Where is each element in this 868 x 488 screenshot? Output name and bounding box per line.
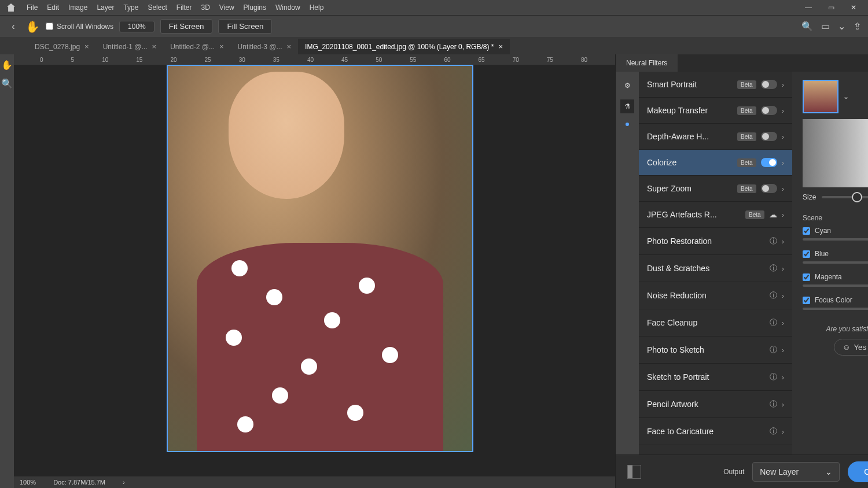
chevron-right-icon[interactable]: › bbox=[782, 158, 784, 167]
adj-slider[interactable] bbox=[803, 261, 868, 264]
info-icon[interactable]: ⓘ bbox=[770, 399, 777, 409]
filter-item[interactable]: Super ZoomBeta› bbox=[639, 176, 792, 202]
close-icon[interactable]: × bbox=[219, 42, 224, 51]
filter-item[interactable]: Depth-Aware H...Beta› bbox=[639, 124, 792, 150]
scroll-all-checkbox[interactable]: Scroll All Windows bbox=[46, 23, 113, 31]
menu-3d[interactable]: 3D bbox=[196, 1, 214, 14]
face-thumbnail[interactable] bbox=[803, 80, 838, 113]
close-icon[interactable]: × bbox=[152, 42, 157, 51]
menu-edit[interactable]: Edit bbox=[42, 1, 64, 14]
viewmode-icon[interactable] bbox=[627, 465, 641, 479]
zoom-tool[interactable]: 🔍 bbox=[0, 76, 14, 90]
chevron-right-icon[interactable]: › bbox=[782, 291, 784, 300]
menu-plugins[interactable]: Plugins bbox=[239, 1, 271, 14]
chevron-down-icon[interactable]: ⌄ bbox=[843, 93, 849, 101]
zoom-input[interactable]: 100% bbox=[119, 21, 155, 32]
document-tab[interactable]: DSC_0278.jpg× bbox=[28, 39, 96, 54]
adj-slider[interactable] bbox=[803, 238, 868, 241]
hand-tool[interactable]: ✋ bbox=[0, 58, 14, 72]
adj-slider[interactable] bbox=[803, 284, 868, 287]
cloud-download-icon[interactable]: ☁ bbox=[769, 210, 777, 219]
info-icon[interactable]: ⓘ bbox=[770, 317, 777, 328]
menu-image[interactable]: Image bbox=[64, 1, 92, 14]
filter-item[interactable]: Photo to Sketchⓘ› bbox=[639, 337, 792, 364]
fit-screen-button[interactable]: Fit Screen bbox=[160, 19, 213, 34]
info-icon[interactable]: ⓘ bbox=[770, 426, 777, 437]
back-button[interactable]: ‹ bbox=[7, 20, 20, 33]
menu-view[interactable]: View bbox=[215, 1, 239, 14]
info-icon[interactable]: ⓘ bbox=[770, 345, 777, 355]
document-tab[interactable]: Untitled-3 @...× bbox=[231, 39, 298, 54]
adj-checkbox[interactable] bbox=[803, 273, 810, 281]
chevron-right-icon[interactable]: › bbox=[782, 237, 784, 246]
filter-item[interactable]: Face to Caricatureⓘ› bbox=[639, 418, 792, 445]
maximize-button[interactable]: ▭ bbox=[823, 2, 839, 13]
filter-item[interactable]: Pencil Artworkⓘ› bbox=[639, 391, 792, 418]
filter-item[interactable]: Face Cleanupⓘ› bbox=[639, 309, 792, 337]
document-tab[interactable]: Untitled-1 @...× bbox=[96, 39, 163, 54]
chevron-right-icon[interactable]: › bbox=[782, 80, 784, 89]
adj-checkbox[interactable] bbox=[803, 250, 810, 258]
filter-item[interactable]: Dust & Scratchesⓘ› bbox=[639, 255, 792, 282]
filter-item[interactable]: JPEG Artefacts R...Beta☁› bbox=[639, 202, 792, 228]
menu-layer[interactable]: Layer bbox=[92, 1, 119, 14]
fill-screen-button[interactable]: Fill Screen bbox=[218, 19, 272, 34]
chevron-right-icon[interactable]: › bbox=[782, 319, 784, 327]
share-icon[interactable]: ⇪ bbox=[854, 21, 861, 32]
filter-item[interactable]: ColorizeBeta› bbox=[639, 150, 792, 176]
filter-item[interactable]: Noise Reductionⓘ› bbox=[639, 282, 792, 309]
filter-toggle[interactable] bbox=[761, 80, 777, 89]
adj-slider[interactable] bbox=[803, 308, 868, 310]
home-icon[interactable] bbox=[7, 3, 15, 12]
filter-toggle[interactable] bbox=[761, 132, 777, 141]
chevron-right-icon[interactable]: › bbox=[782, 427, 784, 436]
output-select[interactable]: New Layer bbox=[752, 462, 840, 482]
layout-icon[interactable]: ▭ bbox=[821, 21, 830, 32]
chevron-right-icon[interactable]: › bbox=[782, 106, 784, 115]
hand-tool-icon[interactable]: ✋ bbox=[25, 20, 40, 34]
close-icon[interactable]: × bbox=[286, 42, 291, 51]
chevron-right-icon[interactable]: › bbox=[782, 400, 784, 409]
chevron-right-icon[interactable]: › bbox=[782, 373, 784, 382]
menu-file[interactable]: File bbox=[22, 1, 42, 14]
filter-toggle[interactable] bbox=[761, 106, 777, 115]
chevron-right-icon[interactable]: › bbox=[782, 264, 784, 273]
filter-item[interactable]: Makeup TransferBeta› bbox=[639, 98, 792, 124]
tab-label: Untitled-3 @... bbox=[238, 43, 282, 51]
filter-toggle[interactable] bbox=[761, 184, 777, 193]
adj-checkbox[interactable] bbox=[803, 227, 810, 235]
close-icon[interactable]: × bbox=[498, 42, 503, 51]
chevron-down-icon[interactable]: ⌄ bbox=[838, 21, 845, 32]
status-chevron-icon[interactable]: › bbox=[123, 479, 125, 486]
chevron-right-icon[interactable]: › bbox=[782, 210, 784, 219]
document-tab[interactable]: Untitled-2 @...× bbox=[163, 39, 230, 54]
filter-item[interactable]: Photo Restorationⓘ› bbox=[639, 228, 792, 255]
info-icon[interactable]: ⓘ bbox=[770, 236, 777, 246]
filter-item[interactable]: Smart PortraitBeta› bbox=[639, 72, 792, 98]
menu-help[interactable]: Help bbox=[305, 1, 329, 14]
menu-select[interactable]: Select bbox=[143, 1, 171, 14]
info-icon[interactable]: ⓘ bbox=[770, 290, 777, 301]
chevron-right-icon[interactable]: › bbox=[782, 132, 784, 141]
size-slider[interactable] bbox=[822, 196, 868, 198]
chevron-right-icon[interactable]: › bbox=[782, 184, 784, 193]
filter-item[interactable]: Sketch to Portraitⓘ› bbox=[639, 364, 792, 391]
info-icon[interactable]: ⓘ bbox=[770, 372, 777, 382]
menu-filter[interactable]: Filter bbox=[172, 1, 197, 14]
menu-type[interactable]: Type bbox=[119, 1, 143, 14]
close-button[interactable]: ✕ bbox=[846, 2, 861, 13]
flask-icon[interactable]: ⚗ bbox=[620, 99, 634, 113]
canvas[interactable] bbox=[14, 65, 615, 476]
adj-checkbox[interactable] bbox=[803, 297, 810, 304]
minimize-button[interactable]: — bbox=[800, 2, 816, 13]
close-icon[interactable]: × bbox=[84, 42, 89, 51]
document-tab[interactable]: IMG_20201108_0001_edited.jpg @ 100% (Lay… bbox=[298, 39, 510, 54]
adjust-icon[interactable]: ⚙ bbox=[620, 79, 634, 93]
info-icon[interactable]: ⓘ bbox=[770, 263, 777, 273]
ok-button[interactable]: OK bbox=[848, 461, 868, 482]
search-icon[interactable]: 🔍 bbox=[801, 21, 813, 32]
chevron-right-icon[interactable]: › bbox=[782, 346, 784, 354]
filter-toggle[interactable] bbox=[761, 158, 777, 167]
menu-window[interactable]: Window bbox=[271, 1, 305, 14]
yes-button[interactable]: ☺ Yes bbox=[834, 339, 868, 356]
